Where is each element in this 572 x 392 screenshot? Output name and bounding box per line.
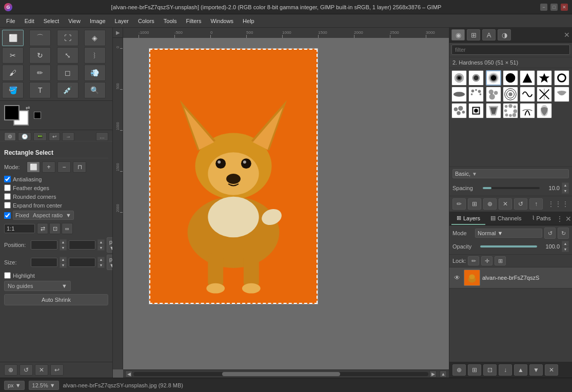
reset-icon[interactable]: ↺ — [19, 364, 33, 376]
delete-layer-btn[interactable]: ✕ — [545, 364, 558, 376]
layer-row-1[interactable]: 👁 alvan-nee-brFsZ7qszS — [449, 267, 572, 288]
menu-file[interactable]: File — [2, 16, 19, 26]
size-h-up-btn[interactable]: ▲ — [97, 257, 105, 262]
tool-bucket[interactable]: 🪣 — [2, 82, 24, 98]
layers-panel-close[interactable]: ✕ — [565, 215, 571, 223]
reset-colors-icon[interactable] — [34, 112, 41, 119]
fixed-checkbox[interactable] — [4, 212, 11, 219]
pos-y-down-btn[interactable]: ▼ — [97, 245, 105, 251]
brush-refresh-btn[interactable]: ↺ — [514, 198, 527, 210]
more-options-btn[interactable]: … — [96, 132, 108, 141]
mode-replace-btn[interactable]: ⬜ — [27, 161, 40, 173]
tab-paths[interactable]: ⌇ Paths — [527, 212, 556, 225]
opacity-up-btn[interactable]: ▲ — [562, 241, 569, 246]
menu-tools[interactable]: Tools — [160, 16, 181, 26]
aspect-reset-btn[interactable]: ⊡ — [49, 223, 61, 234]
device-status-tab[interactable]: 📟 — [33, 132, 47, 141]
duplicate-layer-btn[interactable]: ⊡ — [483, 364, 497, 376]
tool-airbrush[interactable]: 💨 — [84, 65, 106, 81]
new-layer-btn[interactable]: ⊞ — [468, 364, 481, 376]
brush-create-btn[interactable]: ⊕ — [483, 198, 497, 210]
undo-history-tab[interactable]: ↩ — [49, 132, 60, 141]
brush-export-btn[interactable]: ↑ — [529, 198, 543, 210]
brush-edit-btn[interactable]: ✏ — [452, 198, 466, 210]
status-zoom-select[interactable]: 12.5% ▼ — [29, 381, 59, 390]
brush-cell-11[interactable] — [503, 87, 518, 102]
pos-x-input[interactable]: 0 — [31, 240, 57, 250]
brush-filter-input[interactable] — [451, 45, 570, 55]
size-w-up-btn[interactable]: ▲ — [60, 257, 67, 262]
tool-pencil[interactable]: ✏ — [29, 65, 51, 81]
undo-btn[interactable]: ↺ — [544, 228, 556, 239]
h-scrollbar-thumb[interactable] — [222, 372, 340, 376]
menu-colors[interactable]: Colors — [134, 16, 159, 26]
lock-position-btn[interactable]: ✛ — [481, 256, 492, 265]
brush-duplicate-btn[interactable]: ⊞ — [468, 198, 481, 210]
pos-y-up-btn[interactable]: ▲ — [97, 239, 105, 245]
tool-shear[interactable]: ⧘ — [84, 47, 106, 64]
scroll-zoom-btn[interactable]: ▲ — [440, 370, 447, 378]
brush-cell-1[interactable] — [451, 70, 467, 86]
new-layer-group-btn[interactable]: ⊕ — [452, 364, 466, 376]
spacing-down-btn[interactable]: ▼ — [562, 188, 569, 194]
merge-down-btn[interactable]: ↓ — [499, 364, 512, 376]
pos-y-input[interactable]: 0 — [69, 240, 95, 250]
spacing-up-btn[interactable]: ▲ — [562, 182, 569, 188]
menu-layer[interactable]: Layer — [111, 16, 133, 26]
lock-alpha-btn[interactable]: ⊞ — [495, 256, 506, 265]
fixed-dropdown[interactable]: Fixed Aspect ratio ▼ — [13, 211, 74, 220]
menu-select[interactable]: Select — [40, 16, 64, 26]
status-unit-select[interactable]: px ▼ — [4, 381, 25, 390]
tool-eraser[interactable]: ◻ — [57, 65, 78, 81]
layer-up-btn[interactable]: ▲ — [514, 364, 527, 376]
brush-cell-16[interactable] — [468, 103, 484, 118]
opacity-down-btn[interactable]: ▼ — [562, 246, 569, 252]
brush-cell-6[interactable] — [537, 70, 552, 86]
brush-cell-4[interactable] — [503, 70, 518, 86]
tool-eyedropper[interactable]: 💉 — [57, 82, 78, 98]
rounded-corners-checkbox[interactable] — [4, 193, 11, 200]
brush-tab-fonts[interactable]: A — [482, 29, 496, 40]
lock-pixels-btn[interactable]: ✏ — [468, 256, 479, 265]
h-scrollbar-track[interactable] — [133, 372, 428, 376]
foreground-color[interactable] — [4, 105, 19, 120]
size-unit-select[interactable]: px ▼ — [107, 255, 112, 270]
canvas-viewport[interactable] — [123, 38, 449, 369]
menu-edit[interactable]: Edit — [21, 16, 38, 26]
opacity-track[interactable] — [480, 245, 537, 247]
aspect-value-input[interactable] — [4, 224, 35, 233]
menu-windows[interactable]: Windows — [206, 16, 238, 26]
brush-cell-19[interactable] — [520, 103, 535, 118]
brush-cell-10[interactable] — [486, 87, 501, 102]
scroll-right-btn[interactable]: ▶ — [429, 370, 437, 378]
tool-rotate[interactable]: ↻ — [29, 47, 51, 64]
brush-tab-patterns[interactable]: ⊞ — [467, 29, 480, 40]
tool-select-rect[interactable]: ⬜ — [2, 30, 24, 46]
mode-subtract-btn[interactable]: − — [57, 161, 71, 173]
tool-select-free[interactable]: ⌒ — [29, 30, 51, 46]
brush-cell-7[interactable] — [554, 70, 569, 86]
brush-delete-btn[interactable]: ✕ — [499, 198, 512, 210]
brush-more-btn[interactable]: ⋮⋮⋮ — [547, 198, 569, 210]
size-h-input[interactable]: 0 — [69, 258, 95, 267]
tool-select-fuzzy[interactable]: ⛶ — [57, 30, 78, 46]
aspect-chain-btn[interactable]: ∞ — [62, 223, 73, 234]
delete-icon[interactable]: ✕ — [35, 364, 48, 376]
layer-down-btn[interactable]: ▼ — [529, 364, 543, 376]
brush-panel-close[interactable]: ✕ — [564, 31, 570, 39]
brush-cell-3-selected[interactable] — [486, 70, 501, 86]
spacing-track[interactable] — [483, 187, 540, 189]
size-w-down-btn[interactable]: ▼ — [60, 262, 67, 268]
canvas-image-area[interactable] — [149, 48, 318, 304]
mode-intersect-btn[interactable]: ⊓ — [73, 161, 86, 173]
document-history-tab[interactable]: 🕐 — [18, 132, 31, 141]
close-button[interactable]: ✕ — [561, 4, 568, 11]
tool-zoom[interactable]: 🔍 — [84, 82, 106, 98]
size-h-down-btn[interactable]: ▼ — [97, 262, 105, 268]
brush-cell-2[interactable] — [468, 70, 484, 86]
pos-x-down-btn[interactable]: ▼ — [60, 245, 67, 251]
brush-cell-20[interactable] — [537, 103, 552, 118]
position-unit-select[interactable]: px ▼ — [107, 237, 112, 253]
expand-from-center-checkbox[interactable] — [4, 202, 11, 209]
brush-cell-9[interactable] — [468, 87, 484, 102]
